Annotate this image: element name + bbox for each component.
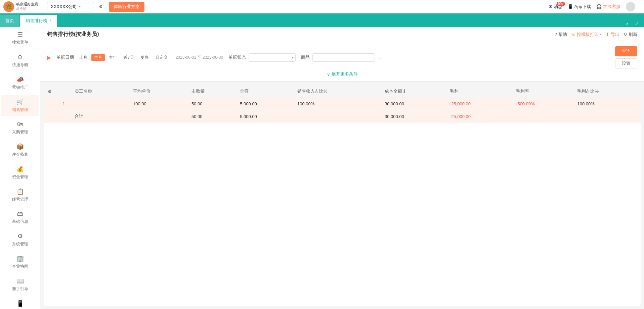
avatar[interactable]	[626, 2, 635, 11]
footer-profit-rate	[512, 110, 573, 123]
col-name: 员工名称	[71, 85, 129, 98]
export-button[interactable]: ⬇ 导出	[606, 32, 619, 38]
date-tab-prev-month[interactable]: 上月	[77, 54, 90, 61]
trial-button[interactable]: 体验行业方案	[109, 2, 144, 12]
cell-settings	[44, 98, 57, 110]
col-cost: 成本全额 ℹ	[381, 85, 446, 98]
window-expand-button[interactable]: ⤢	[633, 20, 640, 27]
sidebar-item-marketing[interactable]: 📣 营销推广	[1, 72, 39, 94]
sidebar-item-system[interactable]: ⚙ 系统管理	[1, 229, 39, 250]
cell-name	[71, 98, 129, 110]
col-avg-price: 平均单价	[129, 85, 187, 98]
filter-area: ▶ 单据日期 上月 本月 本年 近7天 更多 自定义 2023-06-01 至 …	[40, 42, 644, 82]
help-button[interactable]: ? 帮助	[555, 32, 567, 38]
online-service-button[interactable]: 🎧 在线客服	[596, 4, 620, 10]
expand-more-button[interactable]: ∨ 展开更多条件	[47, 71, 637, 77]
sidebar-item-sales[interactable]: 🛒 销售管理	[1, 95, 39, 116]
more-dots[interactable]: ...	[378, 55, 384, 60]
logo-text: 畅康通好生意	[16, 2, 38, 6]
content-area: 销售排行榜(按业务员) ? 帮助 🖨 按模板打印 ▾ ⬇ 导出 ↻ 刷新	[40, 27, 644, 309]
sidebar-item-basic-info[interactable]: 🗃 基础信息	[1, 207, 39, 228]
app-center-icon: 📱	[16, 300, 24, 307]
date-tab-current-month[interactable]: 本月	[91, 54, 105, 61]
profit-rate-col-label: 毛利率	[516, 89, 529, 94]
enterprise-icon: 🏢	[16, 255, 24, 262]
footer-settings	[44, 110, 57, 123]
search-menu-icon: ☰	[17, 31, 23, 38]
col-amount: 全额	[236, 85, 293, 98]
refresh-button[interactable]: ↻ 刷新	[624, 32, 637, 38]
sidebar-item-label-operations: 经营管理	[12, 197, 28, 202]
qty-col-label: 主数量	[191, 89, 205, 94]
date-tab-7days[interactable]: 近7天	[121, 54, 137, 61]
footer-amount: 5,000.00	[236, 110, 293, 123]
home-tab-label: 首页	[5, 18, 14, 24]
table-container: ⚙ 员工名称 平均单价 主数量	[44, 85, 641, 306]
goods-input[interactable]	[312, 53, 375, 62]
sidebar-item-label-sales: 销售管理	[12, 107, 28, 113]
col-profit-rate: 毛利率	[512, 85, 573, 98]
col-profit: 毛利	[446, 85, 512, 98]
filter-row-1: ▶ 单据日期 上月 本月 本年 近7天 更多 自定义 2023-06-01 至 …	[47, 46, 637, 68]
print-button[interactable]: 🖨 按模板打印 ▾	[571, 32, 602, 38]
date-tab-more[interactable]: 更多	[138, 54, 152, 61]
footer-rank	[57, 110, 71, 123]
status-select[interactable]	[249, 53, 296, 62]
sidebar-item-enterprise[interactable]: 🏢 企业协同	[1, 252, 39, 273]
sales-icon: 🛒	[16, 98, 24, 106]
settings-col-icon: ⚙	[48, 89, 52, 94]
rank-value: 1	[62, 101, 65, 106]
date-tab-custom[interactable]: 自定义	[153, 54, 170, 61]
window-expand-icon: ⤢	[635, 21, 639, 26]
sidebar-item-app-center[interactable]: 📱 应用中心	[1, 297, 39, 309]
cell-avg-price: 100.00	[129, 98, 187, 110]
sidebar-item-operations[interactable]: 📋 经营管理	[1, 185, 39, 206]
sales-pct-value: 100.00%	[297, 101, 314, 106]
footer-profit-value: -25,000.00	[450, 114, 471, 119]
sidebar-item-label-purchase: 采购管理	[12, 129, 28, 135]
query-button[interactable]: 查询	[615, 46, 637, 56]
date-tabs: 上月 本月 本年 近7天 更多 自定义	[77, 54, 170, 61]
col-settings[interactable]: ⚙	[44, 85, 57, 98]
refresh-icon: ↻	[624, 32, 627, 37]
inventory-icon: 📦	[16, 143, 24, 150]
tab-close-icon[interactable]: ×	[49, 18, 52, 23]
tab-sales-ranking[interactable]: 销售排行榜 ×	[20, 15, 57, 27]
tab-home[interactable]: 首页	[0, 15, 19, 27]
sidebar-item-finance[interactable]: 💰 资金管理	[1, 162, 39, 183]
profit-rate-value: -500.00%	[516, 101, 535, 106]
sales-pct-col-label: 销售收入占比%	[297, 89, 328, 94]
export-label: 导出	[611, 32, 619, 38]
topbar-settings-button[interactable]: ⚙	[96, 2, 105, 11]
basic-info-icon: 🗃	[17, 210, 23, 217]
refresh-label: 刷新	[629, 32, 637, 38]
filter-expand-arrow[interactable]: ▶	[47, 54, 51, 61]
page-actions: ? 帮助 🖨 按模板打印 ▾ ⬇ 导出 ↻ 刷新	[555, 32, 637, 38]
company-name: XXXXXX公司	[51, 4, 77, 10]
settings-button[interactable]: 设置	[615, 58, 637, 68]
gear-icon: ⚙	[99, 4, 103, 9]
top-right-actions: ✉ 消息 99+ 📱 App下载 🎧 在线客服	[549, 2, 641, 11]
sidebar: ☰ 搜索菜单 ⊙ 快捷导航 📣 营销推广 🛒 销售管理 🛍 采购管理 📦 库存核…	[0, 27, 40, 309]
amount-col-label: 全额	[240, 89, 249, 94]
sidebar-item-purchase[interactable]: 🛍 采购管理	[1, 117, 39, 138]
app-download-button[interactable]: 📱 App下载	[568, 4, 591, 10]
profit-value: -25,000.00	[450, 101, 471, 106]
sidebar-item-quick-nav[interactable]: ⊙ 快捷导航	[1, 50, 39, 71]
page-title: 销售排行榜(按业务员)	[47, 31, 99, 38]
main-layout: ☰ 搜索菜单 ⊙ 快捷导航 📣 营销推广 🛒 销售管理 🛍 采购管理 📦 库存核…	[0, 27, 644, 309]
sidebar-item-guide[interactable]: 📖 新手引导	[1, 274, 39, 295]
date-tab-current-year[interactable]: 本年	[106, 54, 120, 61]
message-button[interactable]: ✉ 消息 99+	[549, 4, 562, 10]
window-close-icon: ×	[626, 21, 629, 26]
cell-qty: 50.00	[187, 98, 236, 110]
company-chevron-icon: ▾	[79, 5, 81, 8]
cell-profit-rate: -500.00%	[512, 98, 573, 110]
window-close-button[interactable]: ×	[624, 20, 631, 27]
logo-area: 🌿 畅康通好生意 标准版	[3, 1, 44, 12]
footer-cost-value: 30,000.00	[385, 114, 404, 119]
company-selector[interactable]: XXXXXX公司 ▾	[47, 2, 94, 11]
sidebar-item-inventory[interactable]: 📦 库存核算	[1, 140, 39, 161]
status-select-wrapper	[249, 53, 296, 62]
sidebar-item-search[interactable]: ☰ 搜索菜单	[1, 28, 39, 49]
